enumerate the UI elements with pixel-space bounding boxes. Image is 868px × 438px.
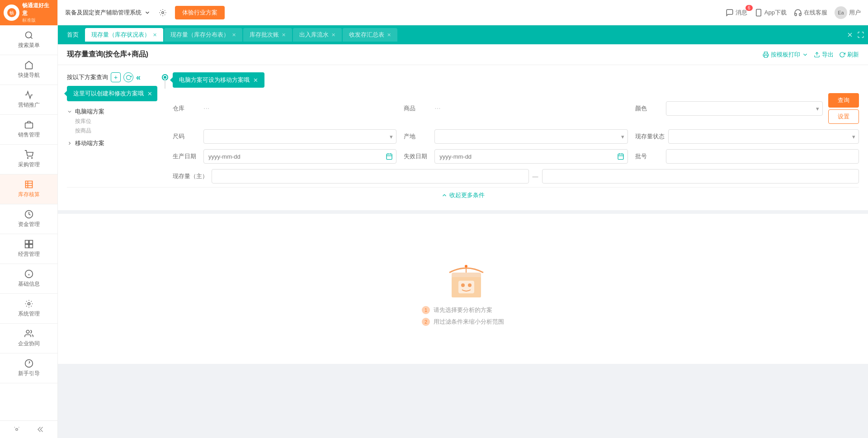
sidebar-item-purchase[interactable]: 采购管理 bbox=[0, 145, 57, 174]
collapse-icon bbox=[441, 192, 448, 198]
logo-icon: 畅 bbox=[4, 5, 19, 21]
header-left: 装备及固定资产辅助管理系统 体验行业方案 bbox=[65, 6, 225, 19]
scheme-group-mobile-icon bbox=[67, 141, 72, 146]
tab-inventory-status[interactable]: 现存量（库存状况表） ✕ bbox=[85, 28, 163, 42]
sidebar-item-basicinfo[interactable]: 基础信息 bbox=[0, 264, 57, 294]
system-selector[interactable]: 装备及固定资产辅助管理系统 bbox=[65, 9, 151, 17]
customer-service-button[interactable]: 在线客服 bbox=[794, 9, 827, 17]
collapse-bar[interactable]: 收起更多条件 bbox=[67, 187, 859, 203]
expire-date-input[interactable] bbox=[434, 149, 627, 164]
inventory-min-input[interactable] bbox=[212, 169, 529, 184]
origin-select[interactable] bbox=[434, 129, 627, 144]
print-button[interactable]: 按模板打印 bbox=[763, 51, 808, 59]
add-scheme-button[interactable]: + bbox=[111, 72, 121, 82]
warehouse-more-icon[interactable]: ··· bbox=[203, 104, 209, 113]
tab-close-all-icon[interactable] bbox=[846, 31, 854, 38]
sidebar-item-quicknav[interactable]: 快捷导航 bbox=[0, 55, 57, 85]
refresh-button[interactable]: 刷新 bbox=[839, 51, 859, 59]
tab-close-batch[interactable]: ✕ bbox=[282, 32, 286, 38]
empty-step-2: 2 用过滤条件来缩小分析范围 bbox=[422, 316, 504, 328]
search-button[interactable]: 查询 bbox=[828, 93, 859, 108]
svg-rect-3 bbox=[25, 123, 33, 128]
empty-steps: 1 请先选择要分析的方案 2 用过滤条件来缩小分析范围 bbox=[422, 304, 504, 328]
sidebar-item-enterprise[interactable]: 企业协同 bbox=[0, 324, 57, 353]
inv-status-select[interactable] bbox=[668, 129, 859, 144]
sidebar: 畅 畅通道好生意 标准版 搜索菜单 快捷导航 营销推广 销售管理 bbox=[0, 0, 58, 438]
tab-fullscreen-icon[interactable] bbox=[857, 31, 864, 38]
search-btn-group: 查询 设置 bbox=[828, 93, 859, 124]
filter-main: 电脑方案可设为移动方案哦 ✕ 仓库 ··· 商品 ··· bbox=[173, 72, 859, 187]
export-icon bbox=[814, 52, 820, 58]
settings-button[interactable] bbox=[156, 6, 170, 19]
svg-point-14 bbox=[16, 429, 18, 431]
collapse-sidebar-icon[interactable] bbox=[37, 425, 45, 433]
logo-area: 畅 畅通道好生意 标准版 bbox=[0, 0, 57, 25]
sidebar-item-system[interactable]: 系统管理 bbox=[0, 294, 57, 324]
settings-bottom-icon[interactable] bbox=[13, 425, 21, 433]
user-avatar: Ea bbox=[835, 6, 847, 19]
product-more-icon[interactable]: ··· bbox=[434, 104, 440, 113]
sidebar-bottom bbox=[0, 420, 57, 438]
tab-close-collect[interactable]: ✕ bbox=[387, 32, 391, 38]
tab-batch-account[interactable]: 库存批次账 ✕ bbox=[243, 28, 292, 42]
size-select[interactable] bbox=[203, 129, 396, 144]
sidebar-item-operations[interactable]: 经营管理 bbox=[0, 234, 57, 264]
inventory-max-input[interactable] bbox=[542, 169, 859, 184]
arrow-left-button[interactable]: « bbox=[136, 73, 141, 82]
header-right: 消息 6 App下载 在线客服 Ea 用户 bbox=[726, 6, 861, 19]
expire-date-icon[interactable] bbox=[617, 153, 624, 160]
sidebar-item-finance[interactable]: 资金管理 bbox=[0, 204, 57, 234]
scheme-panel: 按以下方案查询 + « 这里可以创建和修改方 bbox=[67, 72, 157, 152]
produce-date-icon[interactable] bbox=[386, 153, 393, 160]
reset-button[interactable]: 设置 bbox=[828, 109, 859, 124]
export-button[interactable]: 导出 bbox=[814, 51, 834, 59]
filter-size: 尺码 ▾ bbox=[173, 129, 396, 144]
sidebar-item-sales[interactable]: 销售管理 bbox=[0, 115, 57, 145]
app-download-button[interactable]: App下载 bbox=[755, 9, 787, 17]
tab-inventory-dist[interactable]: 现存量（库存分布表） ✕ bbox=[164, 28, 242, 42]
tab-collect-issue[interactable]: 收发存汇总表 ✕ bbox=[343, 28, 397, 42]
sidebar-item-inventory[interactable]: 库存核算 bbox=[0, 174, 57, 204]
page-body: 现存量查询(按仓库+商品) 按模板打印 导出 刷新 bbox=[58, 44, 868, 438]
scheme-group-desktop: 电脑端方案 按库位 按商品 bbox=[67, 106, 157, 135]
produce-date-wrapper bbox=[203, 149, 396, 164]
tab-bar-right bbox=[846, 31, 864, 38]
refresh-icon bbox=[839, 52, 845, 58]
tab-home[interactable]: 首页 bbox=[61, 28, 84, 42]
empty-state: 1 请先选择要分析的方案 2 用过滤条件来缩小分析范围 bbox=[58, 214, 868, 364]
main-content: 装备及固定资产辅助管理系统 体验行业方案 消息 6 App下载 在线客服 bbox=[58, 0, 868, 438]
color-select[interactable] bbox=[666, 101, 823, 116]
refresh-scheme-button[interactable] bbox=[123, 72, 133, 82]
tooltip1-close[interactable]: ✕ bbox=[253, 77, 258, 84]
svg-point-5 bbox=[31, 158, 32, 159]
produce-date-input[interactable] bbox=[203, 149, 396, 164]
page-title-bar: 现存量查询(按仓库+商品) 按模板打印 导出 刷新 bbox=[58, 44, 868, 65]
scheme-groups: 电脑端方案 按库位 按商品 移动端方案 bbox=[67, 106, 157, 149]
svg-rect-8 bbox=[29, 240, 33, 244]
inv-status-select-wrapper: ▾ bbox=[668, 129, 859, 144]
tooltip2-close[interactable]: ✕ bbox=[147, 90, 152, 97]
scheme-group-mobile-header[interactable]: 移动端方案 bbox=[67, 137, 157, 149]
user-area[interactable]: Ea 用户 bbox=[835, 6, 861, 19]
service-icon bbox=[794, 9, 802, 17]
svg-rect-20 bbox=[618, 154, 623, 160]
scheme-group-expand-icon bbox=[67, 109, 72, 114]
tab-inout-flow[interactable]: 出入库流水 ✕ bbox=[293, 28, 342, 42]
filter-warehouse: 仓库 ··· bbox=[173, 104, 396, 113]
industry-button[interactable]: 体验行业方案 bbox=[175, 6, 225, 19]
page-title: 现存量查询(按仓库+商品) bbox=[67, 50, 148, 59]
filter-row-3: 生产日期 失效日期 bbox=[173, 149, 859, 164]
svg-rect-7 bbox=[25, 240, 28, 244]
tab-close-inventory-status[interactable]: ✕ bbox=[153, 32, 157, 38]
batch-input[interactable] bbox=[666, 149, 859, 164]
tab-close-inout[interactable]: ✕ bbox=[331, 32, 335, 38]
sidebar-item-guide[interactable]: 新手引导 bbox=[0, 353, 57, 383]
tab-close-inventory-dist[interactable]: ✕ bbox=[232, 32, 236, 38]
sidebar-item-marketing[interactable]: 营销推广 bbox=[0, 85, 57, 115]
message-button[interactable]: 消息 6 bbox=[726, 9, 747, 17]
svg-rect-19 bbox=[387, 154, 392, 160]
sidebar-nav: 搜索菜单 快捷导航 营销推广 销售管理 采购管理 库存核算 资金 bbox=[0, 25, 57, 420]
scheme-group-desktop-header[interactable]: 电脑端方案 bbox=[67, 106, 157, 118]
sidebar-item-search[interactable]: 搜索菜单 bbox=[0, 25, 57, 55]
filter-row-1: 仓库 ··· 商品 ··· 颜色 ▾ bbox=[173, 93, 859, 124]
